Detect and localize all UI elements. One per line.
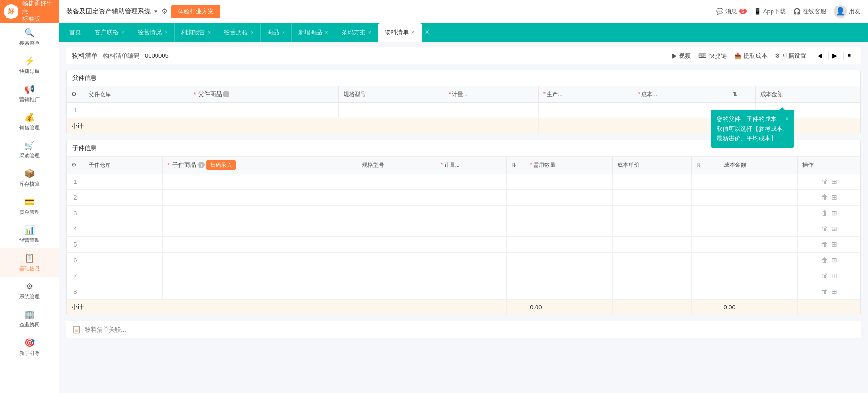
page-header-left: 物料清单 物料清单编码 0000005: [72, 52, 169, 60]
sidebar-item-inventory[interactable]: 📦 库存核算: [0, 164, 59, 192]
tab-close-bom[interactable]: ×: [411, 30, 414, 35]
parent-cell-warehouse-1[interactable]: [84, 103, 189, 118]
parent-cell-spec-1[interactable]: [338, 103, 444, 118]
app-download-button[interactable]: 📱 App下载: [754, 7, 786, 16]
delete-icon-7[interactable]: 🗑: [821, 272, 828, 279]
tab-close-history[interactable]: ×: [251, 30, 253, 35]
sidebar-item-operations-mgmt[interactable]: 📊 经营管理: [0, 220, 59, 248]
list-view-button[interactable]: ≡: [843, 51, 855, 60]
view-action[interactable]: ▶ 视频: [672, 52, 691, 60]
user-menu-button[interactable]: 👤 用友: [834, 5, 861, 18]
copy-icon-8[interactable]: ⊞: [832, 288, 837, 295]
sidebar-item-quick-nav[interactable]: ⚡ 快捷导航: [0, 51, 59, 79]
parent-cell-goods-1[interactable]: [189, 103, 338, 118]
child-cell-goods-1[interactable]: [163, 174, 357, 189]
settings-icon[interactable]: ⚙: [161, 7, 168, 16]
tab-bom[interactable]: 物料清单 ×: [378, 23, 421, 42]
sidebar-item-enterprise[interactable]: 🏢 企业协同: [0, 305, 59, 333]
child-subtotal-row: 小计 0.00 0.00: [67, 299, 860, 315]
parent-col-settings[interactable]: ⚙: [67, 86, 84, 103]
tab-close-profit[interactable]: ×: [208, 30, 211, 35]
tab-new-goods[interactable]: 新增商品 ×: [292, 23, 335, 42]
child-cell-amount-3[interactable]: [719, 205, 798, 221]
copy-icon-3[interactable]: ⊞: [832, 209, 837, 217]
tab-close-goods[interactable]: ×: [282, 30, 285, 35]
child-cell-qty-1[interactable]: [525, 174, 612, 189]
single-settings-action[interactable]: ⚙ 单据设置: [775, 52, 806, 60]
child-cell-warehouse-1[interactable]: [84, 174, 163, 189]
goods-info-icon[interactable]: i: [223, 91, 229, 97]
child-cell-unit-3[interactable]: [436, 205, 507, 221]
child-cell-unit-1[interactable]: [436, 174, 507, 189]
topbar-right: 💬 消息 5 📱 App下载 🎧 在线客服 👤 用友: [716, 5, 861, 18]
copy-icon-5[interactable]: ⊞: [832, 241, 837, 248]
tab-close-operations[interactable]: ×: [164, 30, 167, 35]
delete-icon-8[interactable]: 🗑: [821, 288, 828, 295]
child-cell-warehouse-3[interactable]: [84, 205, 163, 221]
tab-profit[interactable]: 利润报告 ×: [175, 23, 217, 42]
delete-icon-5[interactable]: 🗑: [821, 241, 828, 248]
child-cell-unit-2[interactable]: [436, 189, 507, 205]
tab-home[interactable]: 首页: [63, 23, 88, 42]
child-cell-spec-1[interactable]: [357, 174, 436, 189]
child-goods-info-icon[interactable]: i: [198, 162, 205, 168]
copy-icon-6[interactable]: ⊞: [832, 256, 837, 264]
extract-cost-icon: 📤: [734, 52, 741, 59]
close-all-tabs-button[interactable]: ×: [425, 28, 429, 36]
tab-close-customers[interactable]: ×: [121, 30, 124, 35]
child-col-settings[interactable]: ⚙: [67, 157, 84, 174]
tab-barcode[interactable]: 条码方案 ×: [335, 23, 378, 42]
tab-close-barcode[interactable]: ×: [368, 30, 371, 35]
copy-icon-4[interactable]: ⊞: [832, 225, 837, 232]
logo-text: 畅捷通好生意 标准版: [22, 0, 55, 23]
delete-icon-3[interactable]: 🗑: [821, 209, 828, 217]
scan-input-button[interactable]: 扫码录入: [206, 160, 236, 170]
tab-customers[interactable]: 客户联络 ×: [88, 23, 131, 42]
tab-history[interactable]: 经营历程 ×: [217, 23, 260, 42]
delete-icon-1[interactable]: 🗑: [821, 178, 828, 185]
child-cell-spec-3[interactable]: [357, 205, 436, 221]
child-cell-amount-1[interactable]: [719, 174, 798, 189]
trial-button[interactable]: 体验行业方案: [171, 5, 220, 18]
delete-icon-4[interactable]: 🗑: [821, 225, 828, 232]
sidebar-item-finance[interactable]: 💳 资金管理: [0, 192, 59, 220]
next-page-button[interactable]: ▶: [828, 51, 841, 60]
extract-cost-action[interactable]: 📤 提取成本: [734, 52, 767, 60]
child-cell-qty-2[interactable]: [525, 189, 612, 205]
tab-goods[interactable]: 商品 ×: [261, 23, 292, 42]
quick-nav-icon: ⚡: [24, 56, 35, 66]
sidebar-item-guide[interactable]: 🎯 新手引导: [0, 333, 59, 361]
tab-operations[interactable]: 经营情况 ×: [131, 23, 174, 42]
delete-icon-2[interactable]: 🗑: [821, 193, 828, 201]
system-dropdown-icon[interactable]: ▾: [154, 8, 157, 15]
child-cell-ucost-2[interactable]: [612, 189, 691, 205]
online-service-button[interactable]: 🎧 在线客服: [793, 7, 826, 16]
copy-icon-2[interactable]: ⊞: [832, 193, 837, 201]
child-cell-amount-2[interactable]: [719, 189, 798, 205]
child-cell-ucost-3[interactable]: [612, 205, 691, 221]
delete-icon-6[interactable]: 🗑: [821, 256, 828, 264]
parent-col-amount: 成本金额: [756, 86, 860, 103]
child-cell-goods-2[interactable]: [163, 189, 357, 205]
sidebar-item-purchase[interactable]: 🛒 采购管理: [0, 136, 59, 164]
sidebar-item-search[interactable]: 🔍 搜索菜单: [0, 23, 59, 51]
child-cell-spec-2[interactable]: [357, 189, 436, 205]
shortcut-action[interactable]: ⌨ 快捷键: [698, 52, 727, 60]
sidebar-item-system[interactable]: ⚙ 系统管理: [0, 277, 59, 305]
tooltip-close-button[interactable]: ×: [785, 115, 789, 123]
bottom-hint-text: 物料清单关联...: [85, 326, 126, 334]
child-cell-warehouse-2[interactable]: [84, 189, 163, 205]
parent-cell-production-1[interactable]: [538, 103, 633, 118]
message-button[interactable]: 💬 消息 5: [716, 7, 747, 16]
copy-icon-7[interactable]: ⊞: [832, 272, 837, 279]
tab-close-new-goods[interactable]: ×: [325, 30, 328, 35]
parent-cell-unit-1[interactable]: [444, 103, 538, 118]
sidebar-item-sales[interactable]: 💰 销售管理: [0, 108, 59, 136]
copy-icon-1[interactable]: ⊞: [832, 178, 837, 185]
prev-page-button[interactable]: ◀: [814, 51, 826, 60]
child-cell-goods-3[interactable]: [163, 205, 357, 221]
child-cell-qty-3[interactable]: [525, 205, 612, 221]
sidebar-item-basic-info[interactable]: 📋 基础信息: [0, 248, 59, 277]
child-cell-ucost-1[interactable]: [612, 174, 691, 189]
sidebar-item-marketing[interactable]: 📢 营销推广: [0, 79, 59, 108]
